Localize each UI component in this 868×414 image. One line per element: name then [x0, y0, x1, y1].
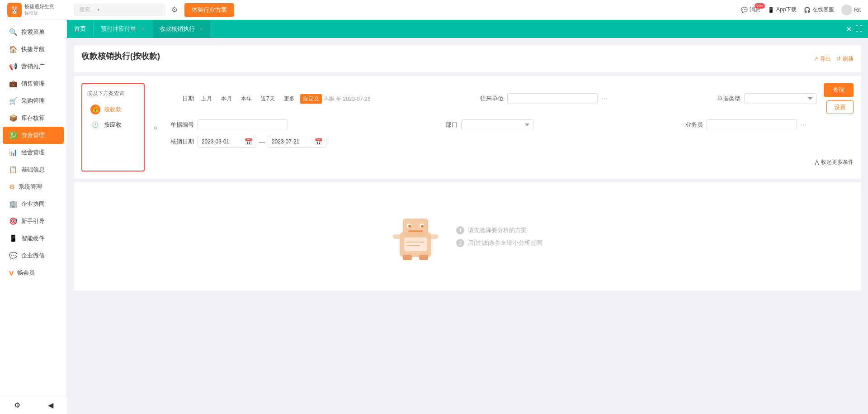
empty-illustration — [393, 209, 438, 264]
collapse-more-button[interactable]: ⋀ 收起更多条件 — [815, 158, 854, 166]
cal-end-icon: 📅 — [315, 138, 322, 145]
top-bar-right: 💬 消息 99+ 📱 App下载 🎧 在线客服 Rit — [741, 5, 861, 15]
writeoff-start-date[interactable]: 2023-03-01 📅 — [198, 136, 256, 148]
filter-row-3: 核销日期 2023-03-01 📅 — 2023-07-21 — [167, 136, 854, 166]
wechat-icon: 💬 — [9, 252, 18, 260]
date-btn-more[interactable]: 更多 — [280, 94, 298, 104]
filter-row-2: 单据编号 部门 业务员 — [167, 119, 854, 130]
doc-type-select[interactable] — [744, 93, 816, 104]
salesperson-more-icon[interactable]: ··· — [801, 121, 807, 129]
filter-panel-title: 按以下方案查询 — [87, 90, 139, 97]
writeoff-end-date[interactable]: 2023-07-21 📅 — [268, 136, 326, 148]
tab-receipt[interactable]: 收款核销执行 ✕ — [152, 20, 211, 38]
collapse-up-icon: ⋀ — [815, 159, 819, 166]
svg-rect-10 — [419, 255, 428, 260]
member-icon: V — [9, 269, 14, 277]
date-field: 日期 上月 本月 本年 近7天 更多 自定义 不限 至 2023-07- — [167, 94, 371, 104]
sidebar-item-basic[interactable]: 📋 基础信息 — [0, 161, 66, 178]
sales-icon: 💼 — [9, 80, 18, 88]
writeoff-date-label: 核销日期 — [167, 138, 194, 146]
sidebar-item-hardware[interactable]: 📱 智能硬件 — [0, 230, 66, 247]
date-btn-this-month[interactable]: 本月 — [217, 94, 236, 104]
empty-state: 1 请先选择要分析的方案 2 用[过滤]条件来缩小分析范围 — [74, 182, 861, 291]
doc-number-input[interactable] — [198, 119, 288, 130]
basic-icon: 📋 — [9, 166, 18, 174]
date-btn-last-month[interactable]: 上月 — [198, 94, 216, 104]
sidebar-item-inventory[interactable]: 📦 库存核算 — [0, 109, 66, 127]
filter-option-receipt[interactable]: 💰 按收款 — [87, 102, 139, 117]
app-download-button[interactable]: 📱 App下载 — [768, 6, 797, 14]
export-button[interactable]: ↗ 导出 — [814, 55, 831, 63]
counterpart-more-icon[interactable]: ··· — [601, 95, 607, 103]
online-service-button[interactable]: 🎧 在线客服 — [804, 6, 834, 14]
sidebar-collapse-icon[interactable]: ◀ — [48, 401, 53, 409]
operations-icon: 📊 — [9, 148, 18, 157]
enterprise-icon: 🏢 — [9, 200, 18, 208]
sidebar-item-quicknav[interactable]: 🏠 快捷导航 — [0, 41, 66, 58]
hint-num-1: 1 — [456, 226, 464, 234]
tab-controls: ✕ ⛶ — [846, 20, 868, 38]
sidebar-item-finance[interactable]: 💹 资金管理 — [3, 127, 64, 144]
guide-icon: 🎯 — [9, 217, 18, 225]
tab-home[interactable]: 首页 — [67, 20, 94, 38]
department-select[interactable] — [461, 119, 533, 130]
tab-receipt-close[interactable]: ✕ — [199, 26, 203, 32]
sidebar-item-system[interactable]: ⚙ 系统管理 — [0, 178, 66, 195]
empty-hints: 1 请先选择要分析的方案 2 用[过滤]条件来缩小分析范围 — [456, 226, 542, 247]
tab-close-all-icon[interactable]: ✕ — [846, 25, 852, 33]
filter-row-1: 日期 上月 本月 本年 近7天 更多 自定义 不限 至 2023-07- — [167, 83, 854, 114]
filter-section: 按以下方案查询 💰 按收款 🕐 按应收 « — [74, 76, 861, 179]
messages-button[interactable]: 💬 消息 99+ — [741, 6, 760, 14]
doc-type-field: 单据类型 — [713, 93, 816, 104]
sidebar-item-marketing[interactable]: 📢 营销推广 — [0, 58, 66, 75]
date-dash: — — [259, 138, 265, 145]
date-btn-this-year[interactable]: 本年 — [237, 94, 255, 104]
refresh-button[interactable]: ↺ 刷新 — [836, 55, 854, 63]
export-icon: ↗ — [814, 56, 818, 62]
salesperson-input[interactable] — [707, 119, 797, 130]
tab-advance-close[interactable]: ✕ — [141, 26, 145, 32]
industry-button[interactable]: 体验行业方案 — [184, 3, 234, 17]
finance-icon: 💹 — [9, 131, 18, 139]
sidebar-item-search[interactable]: 🔍 搜索菜单 — [0, 24, 66, 41]
page-title: 收款核销执行(按收款) — [81, 51, 160, 67]
sidebar-item-purchase[interactable]: 🛒 采购管理 — [0, 92, 66, 109]
username: Rit — [854, 7, 861, 13]
svg-point-5 — [421, 225, 424, 228]
sidebar-item-member[interactable]: V 畅会员 — [0, 264, 66, 281]
search-box[interactable]: 搜索... ▾ — [74, 4, 165, 16]
user-area[interactable]: Rit — [841, 5, 861, 15]
top-bar: 🐰 畅捷通好生意 标准版 搜索... ▾ ⚙ 体验行业方案 💬 消息 99+ 📱… — [0, 0, 868, 20]
app-edition: 标准版 — [24, 10, 54, 16]
filter-settings-button[interactable]: 设置 — [826, 100, 854, 114]
sidebar-settings-icon[interactable]: ⚙ — [14, 401, 20, 409]
sidebar-item-wechat[interactable]: 💬 企业微信 — [0, 247, 66, 264]
tab-advance[interactable]: 预付冲应付单 ✕ — [94, 20, 152, 38]
filter-left-panel: 按以下方案查询 💰 按收款 🕐 按应收 — [81, 83, 145, 171]
svg-rect-6 — [408, 230, 423, 232]
svg-rect-8 — [430, 234, 438, 239]
system-icon: ⚙ — [9, 183, 15, 191]
sidebar-item-operations[interactable]: 📊 经营管理 — [0, 144, 66, 161]
sidebar-item-enterprise[interactable]: 🏢 企业协同 — [0, 195, 66, 213]
date-range-text: 不限 至 2023-07-26 — [324, 96, 371, 102]
date-btn-custom[interactable]: 自定义 — [300, 94, 322, 104]
filter-collapse-arrow[interactable]: « — [150, 124, 161, 132]
tab-receipt-label: 收款核销执行 — [160, 25, 195, 33]
sidebar: 🔍 搜索菜单 🏠 快捷导航 📢 营销推广 💼 销售管理 🛒 采购管理 📦 库存核… — [0, 20, 67, 414]
tab-expand-icon[interactable]: ⛶ — [855, 25, 863, 33]
search-icon: 🔍 — [9, 28, 18, 36]
settings-icon[interactable]: ⚙ — [168, 4, 181, 16]
date-btn-7days[interactable]: 近7天 — [257, 94, 278, 104]
sidebar-item-sales[interactable]: 💼 销售管理 — [0, 75, 66, 92]
counterpart-input[interactable] — [507, 93, 598, 104]
sidebar-item-guide[interactable]: 🎯 新手引导 — [0, 213, 66, 230]
refresh-icon: ↺ — [836, 56, 841, 62]
hint-text-2: 用[过滤]条件来缩小分析范围 — [468, 239, 542, 247]
query-button[interactable]: 查询 — [824, 83, 854, 97]
writeoff-date-field: 核销日期 2023-03-01 📅 — 2023-07-21 — [167, 136, 326, 148]
page-header: 收款核销执行(按收款) ↗ 导出 ↺ 刷新 — [74, 45, 861, 72]
filter-option-receivable[interactable]: 🕐 按应收 — [87, 117, 139, 133]
receipt-option-label: 按收款 — [104, 105, 122, 114]
writeoff-date-group: 2023-03-01 📅 — 2023-07-21 📅 — [198, 136, 326, 148]
